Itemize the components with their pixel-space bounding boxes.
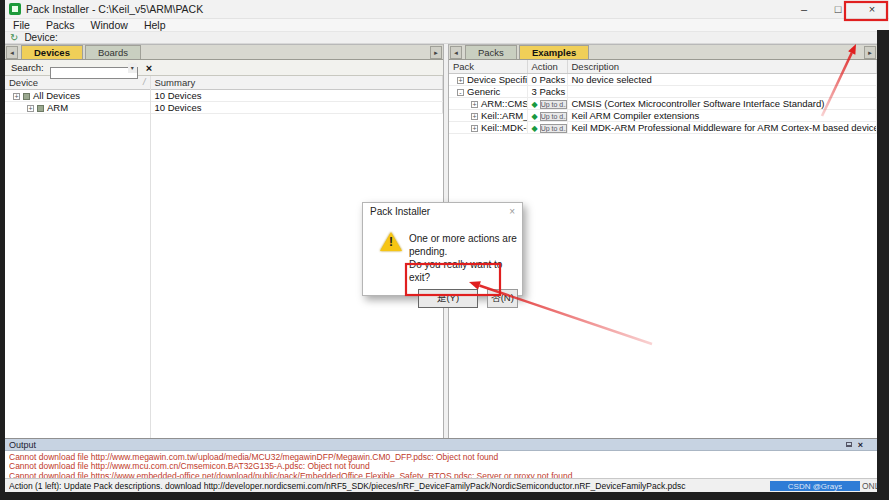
dialog-title-bar: Pack Installer ×: [363, 203, 522, 220]
device-header-label: Device: [9, 77, 38, 88]
packs-tabstrip: ◄ Packs Examples ►: [449, 45, 877, 60]
status-bar: Action (1 left): Update Pack description…: [5, 478, 889, 492]
pack-description: Keil ARM Compiler extensions: [567, 110, 877, 122]
toolbar: ↻ Device:: [5, 32, 889, 44]
minimize-icon: –: [801, 3, 807, 15]
tab-boards[interactable]: Boards: [85, 45, 141, 59]
screenshot-edge: [0, 492, 889, 500]
device-summary: 10 Devices: [150, 90, 443, 102]
device-row[interactable]: +ARM 10 Devices: [5, 102, 443, 114]
app-icon: [9, 3, 21, 15]
close-button[interactable]: ×: [855, 0, 889, 18]
device-name: ARM: [47, 102, 68, 113]
up-to-date-icon: ◆: [532, 124, 538, 133]
dialog-message-line2: Do you really want to exit?: [409, 258, 522, 284]
up-to-date-button[interactable]: Up to d...: [540, 112, 567, 121]
search-input[interactable]: [50, 67, 138, 79]
dialog-message: One or more actions are pending. Do you …: [409, 232, 522, 284]
pin-icon[interactable]: [846, 442, 852, 447]
maximize-icon: □: [835, 3, 842, 15]
output-close-icon[interactable]: ×: [858, 441, 863, 449]
status-action-text: Action (1 left): Update Pack description…: [9, 481, 749, 491]
pack-row[interactable]: +ARM::CMSIS ◆Up to d... CMSIS (Cortex Mi…: [449, 98, 877, 110]
up-to-date-icon: ◆: [532, 100, 538, 109]
minimize-button[interactable]: –: [787, 0, 821, 18]
dialog-message-line1: One or more actions are pending.: [409, 232, 522, 258]
pack-action: 3 Packs: [527, 86, 567, 98]
expander-icon[interactable]: +: [27, 105, 34, 112]
menu-file[interactable]: File: [5, 19, 38, 31]
no-button[interactable]: 否(N): [487, 289, 518, 308]
tab-examples[interactable]: Examples: [519, 45, 589, 59]
title-bar: Pack Installer - C:\Keil_v5\ARM\PACK – □…: [5, 0, 889, 19]
pack-row[interactable]: +Device Specific 0 Packs No device selec…: [449, 74, 877, 86]
action-header-label: Action: [532, 61, 558, 72]
up-to-date-button[interactable]: Up to d...: [540, 100, 567, 109]
tab-devices[interactable]: Devices: [21, 45, 83, 59]
up-to-date-button[interactable]: Up to d...: [540, 124, 567, 133]
pack-action: 0 Packs: [527, 74, 567, 86]
expander-icon[interactable]: -: [457, 89, 464, 96]
expander-icon[interactable]: +: [457, 77, 464, 84]
up-to-date-icon: ◆: [532, 112, 538, 121]
pack-installer-window: Pack Installer - C:\Keil_v5\ARM\PACK – □…: [0, 0, 889, 500]
dialog-close-icon[interactable]: ×: [509, 206, 515, 217]
screenshot-edge: [877, 30, 889, 500]
menu-help[interactable]: Help: [136, 19, 174, 31]
tab-scroll-left-icon[interactable]: ◄: [6, 46, 18, 59]
watermark: CSDN @Grays: [788, 482, 842, 491]
menu-window[interactable]: Window: [83, 19, 136, 31]
output-error-line: Cannot download file http://www.megawin.…: [9, 453, 877, 462]
menu-packs[interactable]: Packs: [38, 19, 83, 31]
exit-confirm-dialog: Pack Installer × ! One or more actions a…: [362, 202, 523, 296]
output-title: Output: [9, 440, 36, 450]
expander-icon[interactable]: +: [471, 113, 478, 120]
summary-column-header[interactable]: Summary: [150, 76, 443, 90]
device-label: Device:: [24, 32, 57, 43]
maximize-button[interactable]: □: [821, 0, 855, 18]
pack-description: Keil MDK-ARM Professional Middleware for…: [567, 122, 877, 134]
pack-name: Device Specific: [467, 74, 527, 85]
expander-icon[interactable]: +: [13, 93, 20, 100]
devices-tabstrip: ◄ Devices Boards ►: [5, 45, 443, 60]
device-icon: [23, 93, 30, 100]
dialog-title: Pack Installer: [370, 206, 430, 217]
pack-description: CMSIS (Cortex Microcontroller Software I…: [567, 98, 877, 110]
output-panel: Output × Cannot download file http://www…: [5, 438, 877, 478]
device-icon: [37, 105, 44, 112]
output-error-line: Cannot download file http://www.mcu.com.…: [9, 462, 877, 471]
close-icon: ×: [869, 3, 875, 15]
refresh-icon[interactable]: ↻: [10, 33, 18, 43]
tab-packs[interactable]: Packs: [465, 45, 517, 59]
search-clear-icon[interactable]: ×: [146, 63, 152, 73]
expander-icon[interactable]: +: [471, 101, 478, 108]
pack-row[interactable]: +Keil::MDK-Middl... ◆Up to d... Keil MDK…: [449, 122, 877, 134]
pack-name: ARM::CMSIS: [481, 98, 527, 109]
pack-description: [567, 86, 877, 98]
expander-icon[interactable]: +: [471, 125, 478, 132]
search-row: Search: ▾ ×: [5, 60, 443, 76]
search-dropdown-icon[interactable]: ▾: [128, 63, 137, 73]
tab-scroll-right-icon[interactable]: ►: [864, 46, 876, 59]
tab-scroll-left-icon[interactable]: ◄: [450, 46, 462, 59]
tab-scroll-right-icon[interactable]: ►: [430, 46, 442, 59]
device-row[interactable]: +All Devices 10 Devices: [5, 90, 443, 102]
pack-row[interactable]: +Keil::ARM_Comp... ◆Up to d... Keil ARM …: [449, 110, 877, 122]
window-title: Pack Installer - C:\Keil_v5\ARM\PACK: [26, 3, 203, 15]
yes-button[interactable]: 是(Y): [418, 289, 478, 308]
pack-column-header[interactable]: Pack: [449, 60, 527, 74]
sort-icon: /: [143, 77, 146, 87]
description-column-header[interactable]: Description: [567, 60, 877, 74]
summary-header-label: Summary: [155, 77, 196, 88]
pack-name: Generic: [467, 86, 500, 97]
pack-name: Keil::ARM_Comp...: [481, 110, 527, 121]
output-caption: Output ×: [5, 439, 877, 451]
warning-icon: !: [380, 232, 402, 251]
pack-row[interactable]: -Generic 3 Packs: [449, 86, 877, 98]
warning-exclamation: !: [380, 235, 402, 249]
device-summary: 10 Devices: [150, 102, 443, 114]
pack-header-label: Pack: [453, 61, 474, 72]
action-column-header[interactable]: Action: [527, 60, 567, 74]
menu-bar: File Packs Window Help: [5, 19, 889, 32]
screenshot-edge: [0, 0, 5, 500]
